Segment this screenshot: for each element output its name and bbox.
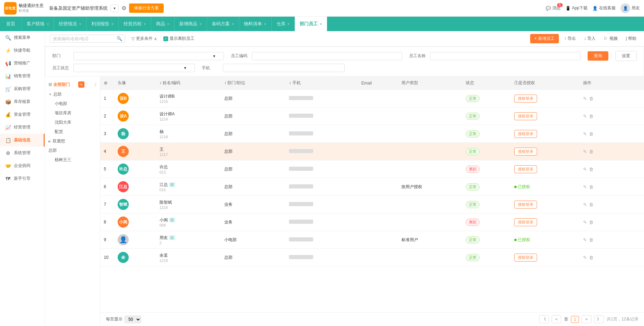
per-page-select[interactable]: 50	[125, 316, 141, 323]
emp-status-select[interactable]: ▾	[73, 64, 195, 72]
tab-warehouse[interactable]: 仓库 ×	[272, 17, 295, 31]
edit-icon[interactable]: ✎	[583, 184, 587, 190]
delete-icon[interactable]: 🗑	[589, 149, 593, 154]
tab-material[interactable]: 物料清单 ×	[239, 17, 271, 31]
sidebar-item-marketing[interactable]: 📢 营销推广	[0, 57, 45, 70]
delete-icon[interactable]: 🗑	[589, 237, 593, 243]
tab-home[interactable]: 首页	[0, 17, 22, 31]
sys-title-dropdown[interactable]: ▾	[110, 5, 119, 12]
tree-item-head[interactable]: ▼ 总部	[45, 90, 100, 99]
dept-select[interactable]: ▾	[73, 52, 224, 60]
edit-icon[interactable]: ✎	[583, 131, 587, 136]
tree-item-shenyang[interactable]: 沈阳大库	[45, 118, 100, 127]
first-page-button[interactable]: 《	[539, 315, 549, 323]
phone-input[interactable]	[223, 64, 344, 72]
sidebar-item-search[interactable]: 🔍 搜索菜单	[0, 31, 45, 44]
close-icon[interactable]: ×	[111, 22, 114, 26]
show-resigned-toggle[interactable]: ✓ 显示离职员工	[163, 36, 194, 42]
close-icon[interactable]: ×	[232, 22, 234, 26]
tab-dept-employee[interactable]: 部门员工 ×	[295, 17, 327, 31]
tab-history[interactable]: 经营历程 ×	[119, 17, 151, 31]
auth-login-button[interactable]: 授权登录	[514, 148, 537, 156]
more-filter-button[interactable]: ▽ 更多条件 ∧	[129, 34, 160, 43]
reset-button[interactable]: 设置	[615, 51, 637, 61]
close-icon[interactable]: ×	[264, 22, 266, 26]
close-icon[interactable]: ×	[167, 22, 169, 26]
user-area[interactable]: 👤 用友	[620, 3, 640, 13]
emp-name-input[interactable]	[430, 52, 581, 60]
edit-icon[interactable]: ✎	[583, 255, 587, 260]
close-icon[interactable]: ×	[199, 22, 201, 26]
auth-login-button[interactable]: 授权登录	[514, 130, 537, 138]
tab-customer[interactable]: 客户联络 ×	[22, 17, 54, 31]
edit-icon[interactable]: ✎	[583, 202, 587, 207]
sidebar-item-sales[interactable]: 📊 销售管理	[0, 70, 45, 82]
sidebar-item-inventory[interactable]: 📦 库存核算	[0, 95, 45, 108]
tab-goods[interactable]: 商品 ×	[151, 17, 174, 31]
auth-login-button[interactable]: 授权登录	[514, 201, 537, 209]
tree-edit-button[interactable]: ✎	[78, 81, 84, 88]
tree-item-double-dear[interactable]: ▶ 双鹿想	[45, 136, 100, 146]
col-dept[interactable]: ↕ 部门/职位	[221, 77, 285, 90]
app-download-button[interactable]: 📱 App下载	[565, 5, 588, 11]
sidebar-item-purchase[interactable]: 🛒 采购管理	[0, 82, 45, 95]
sidebar-item-basic-info[interactable]: 📋 基础信息	[0, 134, 45, 147]
tree-item-distribution[interactable]: 配货	[45, 127, 100, 136]
tree-item-project-room[interactable]: 项目库房	[45, 108, 100, 118]
sidebar-item-finance[interactable]: 💰 资金管理	[0, 108, 45, 121]
add-employee-button[interactable]: + 新增员工	[530, 34, 559, 43]
auth-login-button[interactable]: 授权登录	[514, 218, 537, 226]
trial-button[interactable]: 体验行业方案	[129, 3, 164, 13]
delete-icon[interactable]: 🗑	[589, 184, 593, 190]
help-button[interactable]: | 帮助	[623, 34, 639, 43]
delete-icon[interactable]: 🗑	[589, 202, 593, 207]
next-page-button[interactable]: ＞	[582, 315, 591, 323]
tab-profit[interactable]: 利润报告 ×	[87, 17, 119, 31]
gear-button[interactable]: ⚙	[121, 5, 126, 11]
tree-collapse-button[interactable]: 《	[92, 82, 97, 88]
col-phone[interactable]: ↕ 手机	[285, 77, 358, 90]
close-icon[interactable]: ×	[288, 22, 290, 26]
close-icon[interactable]: ×	[320, 22, 322, 26]
sidebar-item-shortcut[interactable]: ⚡ 快捷导航	[0, 44, 45, 57]
delete-icon[interactable]: 🗑	[589, 167, 593, 172]
auth-login-button[interactable]: 授权登录	[514, 95, 537, 103]
edit-icon[interactable]: ✎	[583, 167, 587, 172]
tree-item-plant-king[interactable]: 植树王三	[45, 155, 100, 165]
sidebar-item-system[interactable]: ⚙ 系统管理	[0, 147, 45, 159]
col-name[interactable]: ↕ 姓名/编码	[156, 77, 221, 90]
last-page-button[interactable]: 》	[594, 315, 604, 323]
online-service-button[interactable]: 👤 在线客服	[592, 5, 616, 11]
edit-icon[interactable]: ✎	[583, 220, 587, 225]
resigned-checkbox[interactable]: ✓	[163, 36, 168, 41]
query-button[interactable]: 查询	[588, 51, 608, 61]
tab-barcode[interactable]: 条码方案 ×	[207, 17, 239, 31]
edit-icon[interactable]: ✎	[583, 149, 587, 154]
search-input[interactable]	[53, 36, 115, 41]
col-setting[interactable]: ⚙	[100, 77, 114, 90]
close-icon[interactable]: ×	[47, 22, 49, 26]
tree-item-head2[interactable]: 总部	[45, 146, 100, 155]
delete-icon[interactable]: 🗑	[589, 96, 593, 101]
auth-login-button[interactable]: 授权登录	[514, 165, 537, 173]
emp-code-input[interactable]	[252, 52, 402, 60]
tab-new-goods[interactable]: 新增商品 ×	[174, 17, 207, 31]
edit-icon[interactable]: ✎	[583, 237, 587, 243]
delete-icon[interactable]: 🗑	[589, 220, 593, 225]
close-icon[interactable]: ×	[79, 22, 81, 26]
export-button[interactable]: ↑ 导出	[562, 34, 579, 43]
edit-icon[interactable]: ✎	[583, 96, 587, 101]
sidebar-item-guide[interactable]: 🗺 新手引导	[0, 172, 45, 185]
sidebar-item-ops[interactable]: 📈 经营管理	[0, 121, 45, 134]
delete-icon[interactable]: 🗑	[589, 131, 593, 136]
tree-item-small-elec[interactable]: 小电部	[45, 99, 100, 108]
delete-icon[interactable]: 🗑	[589, 255, 593, 260]
message-button[interactable]: 💬 消息 6	[546, 5, 561, 11]
delete-icon[interactable]: 🗑	[589, 114, 593, 119]
edit-icon[interactable]: ✎	[583, 114, 587, 119]
tab-business[interactable]: 经营情况 ×	[54, 17, 86, 31]
all-dept-label[interactable]: 全部部门	[53, 82, 70, 88]
close-icon[interactable]: ×	[144, 22, 146, 26]
import-button[interactable]: ↓ 导入	[581, 34, 598, 43]
view-button[interactable]: ▷ 视频	[601, 34, 620, 43]
